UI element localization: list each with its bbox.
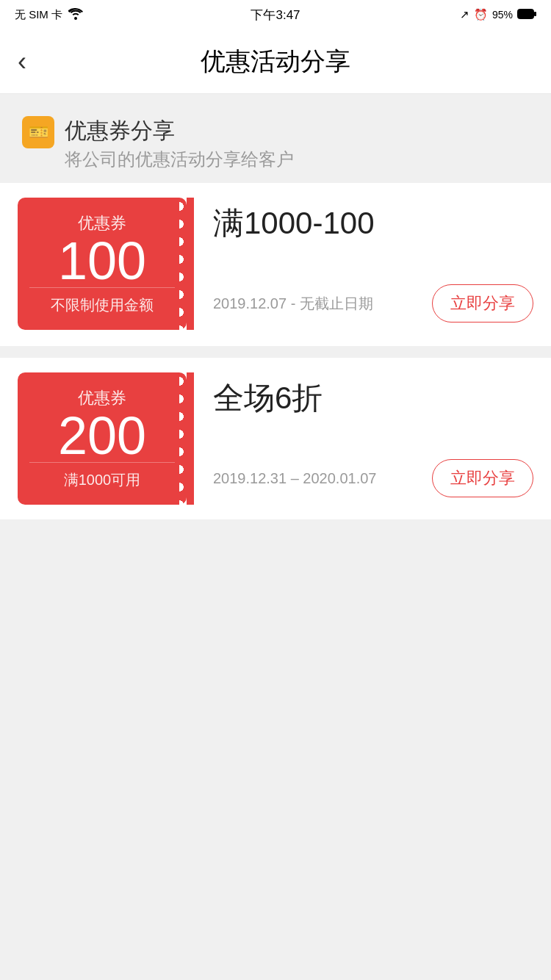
coupon-bottom-1: 2019.12.07 - 无截止日期 立即分享 <box>213 284 533 323</box>
status-left: 无 SIM 卡 <box>15 8 83 22</box>
nav-bar: ‹ 优惠活动分享 <box>0 29 551 94</box>
coupon-date-2: 2019.12.31 – 2020.01.07 <box>213 470 376 487</box>
coupon-list: 优惠券 100 不限制使用金额 满1000-100 2019.12.07 - 无… <box>0 183 551 519</box>
svg-rect-0 <box>518 9 534 18</box>
carrier-text: 无 SIM 卡 <box>15 8 62 22</box>
coupon-name-2: 全场6折 <box>213 380 533 417</box>
section-icon: 🎫 <box>22 116 54 148</box>
wifi-icon <box>68 8 83 22</box>
coupon-bottom-2: 2019.12.31 – 2020.01.07 立即分享 <box>213 459 533 497</box>
battery-icon <box>517 9 536 21</box>
coupon-info-2: 全场6折 2019.12.31 – 2020.01.07 立即分享 <box>187 372 533 505</box>
back-icon: ‹ <box>18 48 26 75</box>
coupon-date-1: 2019.12.07 - 无截止日期 <box>213 294 373 314</box>
coupon-emoji-icon: 🎫 <box>29 123 48 142</box>
coupon-card-2: 优惠券 200 满1000可用 全场6折 2019.12.31 – 2020.0… <box>0 358 551 519</box>
coupon-name-1: 满1000-100 <box>213 205 533 242</box>
status-right: ↗ ⏰ 95% <box>460 8 536 21</box>
coupon-ticket-1: 优惠券 100 不限制使用金额 <box>18 198 187 330</box>
section-subtitle: 将公司的优惠活动分享给客户 <box>65 148 294 171</box>
status-time: 下午3:47 <box>251 7 300 24</box>
back-button[interactable]: ‹ <box>18 48 26 75</box>
alarm-icon: ⏰ <box>474 8 488 21</box>
section-header: 🎫 优惠券分享 将公司的优惠活动分享给客户 <box>0 94 551 183</box>
status-bar: 无 SIM 卡 下午3:47 ↗ ⏰ 95% <box>0 0 551 29</box>
coupon-amount-2: 200 <box>58 409 146 462</box>
bottom-area <box>0 521 551 932</box>
section-title: 优惠券分享 <box>65 116 294 145</box>
coupon-divider <box>0 346 551 358</box>
coupon-card-1: 优惠券 100 不限制使用金额 满1000-100 2019.12.07 - 无… <box>0 183 551 345</box>
location-icon: ↗ <box>460 8 469 21</box>
battery-text: 95% <box>492 9 513 21</box>
page-title: 优惠活动分享 <box>201 45 350 79</box>
svg-rect-1 <box>534 12 536 16</box>
coupon-info-1: 满1000-100 2019.12.07 - 无截止日期 立即分享 <box>187 198 533 330</box>
coupon-condition-1: 不限制使用金额 <box>29 287 175 315</box>
section-text-block: 优惠券分享 将公司的优惠活动分享给客户 <box>65 116 294 171</box>
coupon-ticket-2: 优惠券 200 满1000可用 <box>18 372 187 505</box>
coupon-condition-2: 满1000可用 <box>29 462 175 490</box>
share-button-2[interactable]: 立即分享 <box>432 459 533 497</box>
share-button-1[interactable]: 立即分享 <box>432 284 533 323</box>
coupon-amount-1: 100 <box>58 234 146 287</box>
